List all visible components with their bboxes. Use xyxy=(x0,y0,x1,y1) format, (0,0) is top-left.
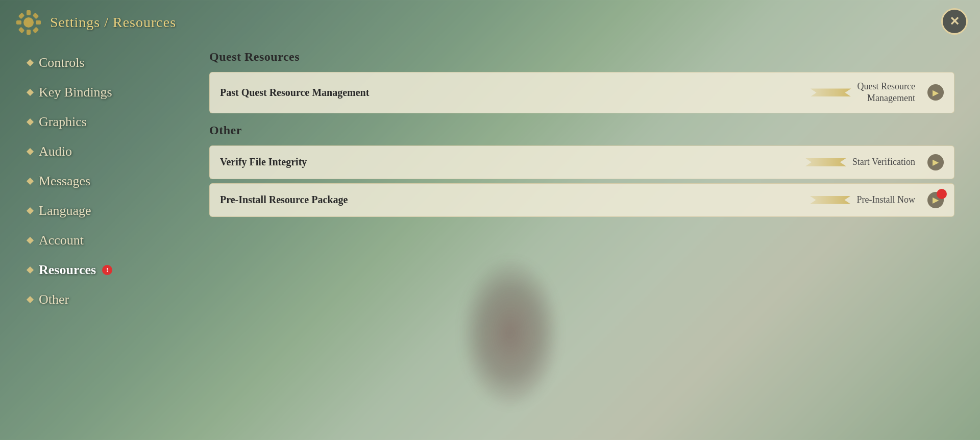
diamond-icon xyxy=(27,296,34,303)
gear-icon xyxy=(15,9,42,36)
sidebar-item-graphics[interactable]: Graphics xyxy=(20,109,184,135)
row-right: Start Verification ▶ xyxy=(805,154,944,170)
main-content: Controls Key Bindings Graphics Audio Mes… xyxy=(0,45,980,440)
left-arrow-decoration xyxy=(805,158,846,166)
sidebar: Controls Key Bindings Graphics Audio Mes… xyxy=(10,45,194,430)
close-button[interactable]: ✕ xyxy=(941,8,968,35)
svg-rect-3 xyxy=(16,20,21,25)
row-action-arrow[interactable]: ▶ xyxy=(927,154,944,170)
svg-rect-2 xyxy=(27,30,31,35)
sidebar-item-messages[interactable]: Messages xyxy=(20,168,184,194)
sidebar-item-account[interactable]: Account xyxy=(20,228,184,253)
sidebar-item-controls[interactable]: Controls xyxy=(20,50,184,76)
left-arrow-decoration xyxy=(811,88,851,96)
diamond-icon xyxy=(27,266,34,274)
row-right: Quest Resource Management ▶ xyxy=(811,81,944,105)
row-notification-badge xyxy=(937,189,947,199)
sidebar-item-resources[interactable]: Resources ! xyxy=(20,257,184,283)
content-area: Quest Resources Past Quest Resource Mana… xyxy=(194,45,970,430)
svg-point-0 xyxy=(23,17,34,28)
sidebar-item-language[interactable]: Language xyxy=(20,198,184,224)
diamond-icon xyxy=(27,237,34,244)
svg-rect-7 xyxy=(18,27,25,34)
other-section: Other Verify File Integrity Start Verifi… xyxy=(209,124,954,217)
diamond-icon xyxy=(27,118,34,126)
diamond-icon xyxy=(27,207,34,214)
page-title: Settings / Resources xyxy=(50,14,176,31)
arrow-wrapper: ▶ xyxy=(927,192,944,208)
svg-rect-6 xyxy=(33,13,39,19)
diamond-icon xyxy=(27,178,34,185)
row-right: Pre-Install Now ▶ xyxy=(810,192,944,208)
sidebar-item-keybindings[interactable]: Key Bindings xyxy=(20,80,184,105)
sidebar-item-audio[interactable]: Audio xyxy=(20,139,184,164)
left-arrow-decoration xyxy=(810,196,851,204)
diamond-icon xyxy=(27,59,34,66)
pre-install-row[interactable]: Pre-Install Resource Package Pre-Install… xyxy=(209,183,954,217)
past-quest-row[interactable]: Past Quest Resource Management Quest Res… xyxy=(209,72,954,113)
svg-rect-1 xyxy=(27,10,31,15)
row-action-arrow[interactable]: ▶ xyxy=(927,84,944,101)
sidebar-item-other[interactable]: Other xyxy=(20,287,184,312)
notification-badge: ! xyxy=(102,265,112,275)
header: Settings / Resources xyxy=(0,0,980,45)
diamond-icon xyxy=(27,89,34,96)
diamond-icon xyxy=(27,148,34,155)
svg-rect-5 xyxy=(18,13,25,19)
svg-rect-4 xyxy=(36,20,41,25)
quest-resources-section-title: Quest Resources xyxy=(209,50,954,64)
other-section-title: Other xyxy=(209,124,954,137)
svg-rect-8 xyxy=(33,27,39,34)
verify-integrity-row[interactable]: Verify File Integrity Start Verification… xyxy=(209,145,954,179)
